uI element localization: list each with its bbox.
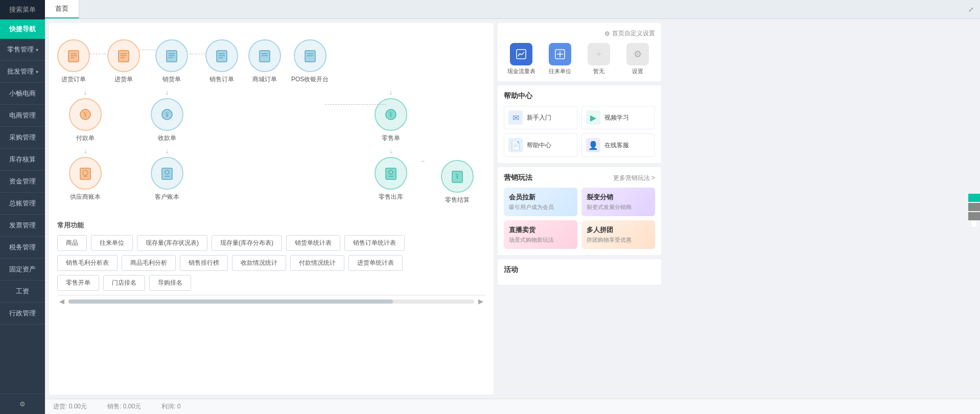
chevron-down-icon: ▾ (36, 47, 38, 53)
help-item-beginner[interactable]: ✉ 新手入门 (504, 106, 577, 129)
flow-node-sales-order[interactable]: 销售订单 (205, 39, 238, 84)
func-btn-sales-stats[interactable]: 销货单统计表 (286, 235, 340, 251)
float-btn-desktop[interactable]: 桌面快捷 (968, 212, 980, 220)
func-btn-guide-rank[interactable]: 导购排名 (149, 275, 191, 291)
help-label: 帮助中心 (527, 141, 551, 150)
sidebar-item-payroll[interactable]: 工资 (0, 281, 45, 303)
sidebar-item-ledger[interactable]: 总账管理 (0, 193, 45, 215)
flow-node-retail-outbound[interactable]: 零售出库 (375, 157, 407, 201)
float-btn-service[interactable]: 客服热线 (968, 194, 980, 202)
video-label: 视频学习 (604, 113, 629, 122)
func-btn-partners[interactable]: 往来单位 (91, 235, 133, 251)
search-menu-label: 搜索菜单 (9, 6, 36, 13)
mall-order-icon (248, 39, 281, 72)
marketing-header: 营销玩法 更多营销玩法 > (504, 173, 655, 182)
sidebar-settings-button[interactable]: ⚙ (0, 394, 45, 414)
flow-node-customer-ledger[interactable]: 客户账本 (151, 157, 183, 201)
float-btn-community[interactable]: 服务社区 (968, 203, 980, 211)
marketing-title: 营销玩法 (504, 173, 532, 182)
shortcut-none[interactable]: + 暂无 (581, 43, 616, 75)
flow-node-receipt[interactable]: ¥ 收款单 (151, 98, 183, 143)
search-menu-button[interactable]: 搜索菜单 (0, 0, 45, 19)
func-btn-purchase-stats[interactable]: 进货单统计表 (348, 255, 403, 271)
flow-node-pos[interactable]: POS收银开台 (291, 39, 329, 84)
func-btn-goods-gross[interactable]: 商品毛利分析 (122, 255, 176, 271)
marketing-card-group[interactable]: 多人拼团 拼团购物享受优惠 (581, 220, 655, 249)
fission-title: 裂变分销 (587, 193, 650, 202)
customer-ledger-icon (151, 157, 183, 190)
func-row-3: 零售开单 门店排名 导购排名 (57, 275, 485, 291)
sidebar-item-wholesale[interactable]: 批发管理 ▾ (0, 61, 45, 83)
marketing-card-member[interactable]: 会员拉新 吸引用户成为会员 (504, 188, 577, 216)
receipt-icon: ¥ (151, 98, 183, 131)
svg-rect-12 (217, 51, 227, 62)
cashflow-icon (510, 43, 532, 65)
sidebar-item-ecommerce-small[interactable]: 小畅电商 (0, 83, 45, 105)
svg-line-40 (518, 54, 520, 56)
func-btn-stock-status[interactable]: 现存量(库存状况表) (137, 235, 207, 251)
flow-diagram: 进货订单 → 进货单 (57, 31, 485, 213)
func-btn-store-rank[interactable]: 门店排名 (103, 275, 145, 291)
func-row-1: 商品 往来单位 现存量(库存状况表) 现存量(库存分布表) 销货单统计表 销售订… (57, 235, 485, 251)
tab-expand-button[interactable]: ⤢ (962, 2, 980, 17)
tab-home[interactable]: 首页 (45, 0, 79, 18)
tabs-bar: 首页 ⤢ (45, 0, 980, 19)
gear-icon: ⚙ (19, 400, 26, 408)
func-btn-order-stats[interactable]: 销售订单统计表 (344, 235, 405, 251)
flow-node-purchase-bill[interactable]: 进货单 (107, 39, 140, 84)
flow-node-sales-bill[interactable]: 销货单 (155, 39, 188, 84)
sidebar-item-purchase[interactable]: 采购管理 (0, 127, 45, 149)
marketing-card-live[interactable]: 直播卖货 场景式购物新玩法 (504, 220, 577, 249)
group-subtitle: 拼团购物享受优惠 (587, 236, 650, 244)
profit-stat: 利润: 0 (161, 402, 180, 411)
func-btn-payment-stats[interactable]: 付款情况统计 (290, 255, 344, 271)
svg-text:¥: ¥ (389, 111, 393, 119)
sidebar-item-tax[interactable]: 税务管理 (0, 237, 45, 259)
scroll-left-button[interactable]: ◀ (57, 297, 66, 305)
sidebar-item-admin[interactable]: 行政管理 (0, 303, 45, 325)
flow-node-retail-bill[interactable]: ¥ 零售单 (375, 98, 407, 143)
live-title: 直播卖货 (509, 225, 572, 235)
func-btn-stock-dist[interactable]: 现存量(库存分布表) (212, 235, 282, 251)
shortcut-cashflow[interactable]: 现金流量表 (504, 43, 539, 75)
svg-line-42 (522, 52, 524, 55)
func-btn-retail-order[interactable]: 零售开单 (57, 275, 99, 291)
sales-stat: 销售: 0.00元 (107, 402, 141, 411)
flow-node-payment[interactable]: ¥ 付款单 (69, 98, 102, 143)
more-marketing-link[interactable]: 更多营销玩法 > (613, 174, 655, 182)
beginner-label: 新手入门 (527, 113, 551, 122)
flow-node-mall-order[interactable]: 商城订单 (248, 39, 281, 84)
sidebar-item-retail[interactable]: 零售管理 ▾ (0, 39, 45, 61)
sidebar-item-inventory[interactable]: 库存核算 (0, 149, 45, 171)
sidebar-item-assets[interactable]: 固定资产 (0, 259, 45, 281)
retail-settlement-icon: ¥ (441, 160, 474, 193)
common-functions-section: 常用功能 商品 往来单位 现存量(库存状况表) 现存量(库存分布表) 销货单统计… (57, 221, 485, 291)
func-btn-receipt-stats[interactable]: 收款情况统计 (232, 255, 286, 271)
sidebar-item-funds[interactable]: 资金管理 (0, 171, 45, 193)
func-btn-sales-rank[interactable]: 销售排行榜 (180, 255, 228, 271)
activity-section: 活动 (498, 259, 661, 285)
customize-label[interactable]: 首页自定义设置 (612, 29, 655, 38)
help-item-video[interactable]: ▶ 视频学习 (581, 106, 655, 129)
scroll-track[interactable] (68, 300, 474, 304)
shortcut-partners[interactable]: 往来单位 (543, 43, 577, 75)
shortcut-settings[interactable]: ⚙ 设置 (620, 43, 655, 75)
scroll-right-button[interactable]: ▶ (476, 297, 485, 305)
help-item-service[interactable]: 👤 在线客服 (581, 133, 655, 157)
sidebar-item-ecommerce[interactable]: 电商管理 (0, 105, 45, 127)
flow-node-retail-settlement[interactable]: ¥ 零售结算 (441, 160, 474, 204)
cashflow-label: 现金流量表 (507, 67, 535, 75)
live-subtitle: 场景式购物新玩法 (509, 236, 572, 244)
func-btn-goods[interactable]: 商品 (57, 235, 87, 251)
flow-node-purchase-order[interactable]: 进货订单 (57, 39, 90, 84)
shortcuts-section: ⚙ 首页自定义设置 现金流量表 往来单位 (498, 23, 661, 81)
flow-node-supplier-ledger[interactable]: 供应商账本 (69, 157, 102, 201)
common-functions-title: 常用功能 (57, 221, 485, 230)
help-item-help[interactable]: 📄 帮助中心 (504, 133, 577, 157)
marketing-card-fission[interactable]: 裂变分销 裂变式发展分销商 (581, 188, 655, 216)
func-btn-gross-analysis[interactable]: 销售毛利分析表 (57, 255, 118, 271)
partners-icon (549, 43, 571, 65)
chevron-down-icon: ▾ (36, 69, 38, 75)
sidebar-item-invoice[interactable]: 发票管理 (0, 215, 45, 237)
svg-rect-8 (167, 51, 177, 62)
